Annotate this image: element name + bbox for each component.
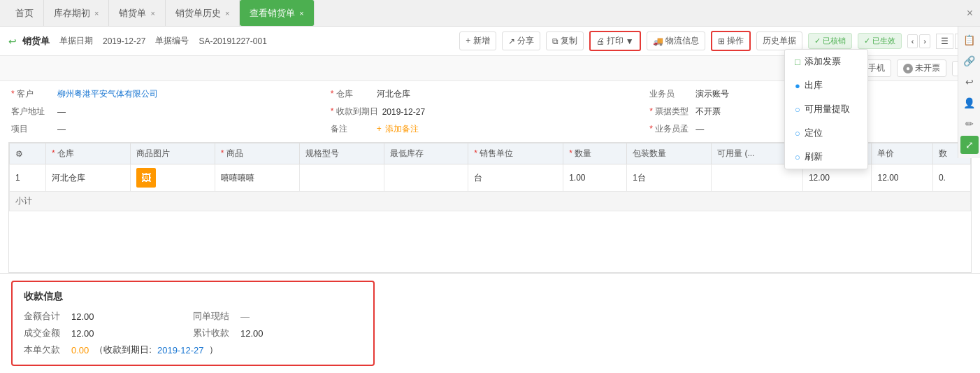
dropdown-available-qty[interactable]: ○ 可用量提取 xyxy=(785,97,867,121)
row-unit-price: 12.00 xyxy=(872,164,932,192)
history-button[interactable]: 历史单据 xyxy=(756,31,802,50)
sales-staff-label: 业务员孟 xyxy=(649,123,691,135)
deal-amount-row: 成交金额 12.00 xyxy=(24,327,193,339)
balance-date: 2019-12-27 xyxy=(157,345,204,356)
locate-label: 定位 xyxy=(805,127,823,139)
sidebar-expand-icon[interactable]: ⤢ xyxy=(960,136,979,154)
row-amount: 0. xyxy=(932,164,970,192)
not-opened-button[interactable]: ● 未开票 xyxy=(897,59,946,77)
tab-view-sales[interactable]: 查看销货单 × xyxy=(240,0,314,26)
row-num: 1 xyxy=(10,164,46,192)
window-close-button[interactable]: × xyxy=(967,7,973,20)
total-value: 12.00 xyxy=(71,311,94,322)
square-icon: □ xyxy=(795,57,800,67)
new-button[interactable]: + 新增 xyxy=(459,31,496,50)
balance-row: 本单欠款 0.00 （收款到期日: 2019-12-27 ） xyxy=(24,344,362,356)
cumulative-value: 12.00 xyxy=(240,328,264,339)
close-icon[interactable]: × xyxy=(150,9,154,17)
project-value: — xyxy=(57,125,66,134)
sold-status-badge[interactable]: ✓ 已核销 xyxy=(808,33,852,49)
copy-button[interactable]: ⧉ 复制 xyxy=(546,31,584,50)
balance-label: 本单欠款 xyxy=(24,344,66,356)
col-sales-unit: 销售单位 xyxy=(468,143,563,164)
close-icon[interactable]: × xyxy=(299,9,303,17)
sidebar-edit-icon[interactable]: ✏ xyxy=(960,115,979,133)
dropdown-outbound[interactable]: ● 出库 xyxy=(785,73,867,97)
warehouse-label: 仓库 xyxy=(331,88,373,100)
row-product: 嘻嘻嘻嘻 xyxy=(215,164,299,192)
share-icon: ↗ xyxy=(508,36,515,46)
operate-dropdown: □ 添加发票 ● 出库 ○ 可用量提取 ○ 定位 ○ 刷新 xyxy=(784,49,868,169)
circle-icon-2: ○ xyxy=(795,104,800,115)
col-warehouse: 仓库 xyxy=(46,143,131,164)
circle-icon: ● xyxy=(795,80,800,91)
close-icon[interactable]: × xyxy=(225,9,229,17)
balance-value: 0.00 xyxy=(71,345,89,356)
same-order-label: 同单现结 xyxy=(193,310,235,323)
tab-sales-history[interactable]: 销货单历史 × xyxy=(166,0,240,26)
dropdown-arrow: ▼ xyxy=(626,36,634,46)
row-product-img: 🖼 xyxy=(130,164,215,192)
add-note-button[interactable]: + 添加备注 xyxy=(377,123,419,135)
dropdown-add-invoice[interactable]: □ 添加发票 xyxy=(785,50,867,73)
total-label: 金额合计 xyxy=(24,310,66,323)
right-sidebar: 📋 🔗 ↩ 👤 ✏ ⤢ xyxy=(958,27,980,158)
tab-inventory-init[interactable]: 库存期初 × xyxy=(44,0,109,26)
sidebar-return-icon[interactable]: ↩ xyxy=(960,73,979,91)
tab-home[interactable]: 首页 xyxy=(6,0,44,26)
logistics-button[interactable]: 🚚 物流信息 xyxy=(647,31,705,50)
remark-label: 备注 xyxy=(331,123,373,135)
col-quantity: 数量 xyxy=(563,143,627,164)
tab-sales-order[interactable]: 销货单 × xyxy=(109,0,165,26)
customer-value[interactable]: 柳州粤港平安气体有限公司 xyxy=(57,88,158,100)
grid-icon: ⊞ xyxy=(718,36,725,46)
close-icon[interactable]: × xyxy=(94,9,99,17)
payment-info-box: 收款信息 金额合计 12.00 同单现结 — 成交金额 12.00 xyxy=(11,281,375,366)
sidebar-user-icon[interactable]: 👤 xyxy=(960,94,979,112)
next-button[interactable]: › xyxy=(919,34,930,48)
col-spec: 规格型号 xyxy=(299,143,384,164)
address-value: — xyxy=(57,107,66,117)
outbound-label: 出库 xyxy=(805,79,823,92)
payment-date-field: 收款到期日 2019-12-27 xyxy=(331,106,650,118)
address-label: 客户地址 xyxy=(11,106,53,118)
print-icon: 🖨 xyxy=(596,36,605,46)
project-label: 项目 xyxy=(11,123,53,135)
print-button[interactable]: 🖨 打印 ▼ xyxy=(589,31,641,51)
col-gear[interactable]: ⚙ xyxy=(10,143,46,164)
sidebar-doc-icon[interactable]: 📋 xyxy=(960,31,979,49)
balance-note: （收款到期日: xyxy=(94,344,152,356)
sidebar-link-icon[interactable]: 🔗 xyxy=(960,52,979,70)
payment-date-label: 收款到期日 xyxy=(331,106,378,118)
operate-button[interactable]: ⊞ 操作 xyxy=(711,31,751,51)
tab-bar: 首页 库存期初 × 销货单 × 销货单历史 × 查看销货单 × × xyxy=(0,0,980,27)
row-quantity: 1.00 xyxy=(563,164,627,192)
order-label: 单据编号 xyxy=(155,35,189,47)
list-view-button[interactable]: ☰ xyxy=(936,34,953,49)
available-qty-label: 可用量提取 xyxy=(805,103,850,115)
col-pack-qty: 包装数量 xyxy=(627,143,712,164)
tab-home-label: 首页 xyxy=(15,7,34,20)
payment-grid: 金额合计 12.00 同单现结 — 成交金额 12.00 累计收款 12.00 xyxy=(24,310,362,356)
order-value: SA-20191227-001 xyxy=(199,36,266,46)
row-pack-qty: 1台 xyxy=(627,164,712,192)
project-field: 项目 — xyxy=(11,123,331,135)
nav-arrows: ‹ › xyxy=(907,34,930,48)
share-button[interactable]: ↗ 分享 xyxy=(502,31,540,50)
doc-icon: ↩ xyxy=(8,36,17,47)
gray-circle-icon: ● xyxy=(903,64,913,73)
warehouse-value: 河北仓库 xyxy=(377,88,410,100)
deal-label: 成交金额 xyxy=(24,327,66,339)
payment-date-value: 2019-12-27 xyxy=(382,107,425,117)
product-image: 🖼 xyxy=(136,168,156,188)
warehouse-field: 仓库 河北仓库 xyxy=(331,88,650,100)
bottom-section: 收款信息 金额合计 12.00 同单现结 — 成交金额 12.00 xyxy=(0,273,980,373)
dropdown-refresh[interactable]: ○ 刷新 xyxy=(785,145,867,169)
truck-icon: 🚚 xyxy=(653,36,663,46)
dropdown-locate[interactable]: ○ 定位 xyxy=(785,121,867,145)
same-order-row: 同单现结 — xyxy=(193,310,362,323)
prev-button[interactable]: ‹ xyxy=(907,34,918,48)
ticket-value: 不开票 xyxy=(696,106,721,118)
ticket-label: 票据类型 xyxy=(649,106,691,118)
effective-status-badge[interactable]: ✓ 已生效 xyxy=(858,33,902,49)
